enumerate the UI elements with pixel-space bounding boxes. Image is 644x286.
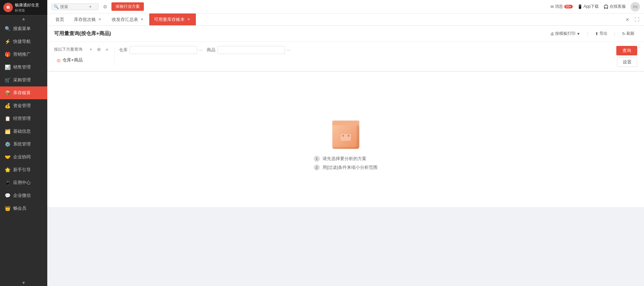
scheme-item-warehouse-goods[interactable]: ◎ 仓库+商品 — [54, 55, 110, 65]
filter-field-goods: 商品 ··· — [207, 46, 290, 54]
sidebar-item-wechat[interactable]: 💬 企业微信 — [0, 189, 47, 202]
add-scheme-icon[interactable]: ＋ — [87, 46, 94, 53]
messages-badge: 99+ — [564, 5, 573, 8]
sidebar-item-cooperation[interactable]: 🤝 企业协同 — [0, 151, 47, 163]
hint-num-1: 1 — [314, 156, 320, 162]
money-icon: 💰 — [5, 103, 10, 108]
tab-available-qty[interactable]: 可用量库存账本 ✕ — [149, 14, 196, 25]
topbar-right-actions: ✉ 消息 99+ 📱 App下载 🎧 在线客服 Rit — [550, 2, 640, 11]
refresh-icon: ↻ — [622, 31, 625, 36]
sidebar-item-purchase[interactable]: 🛒 采购管理 — [0, 74, 47, 86]
sidebar-brand: 畅康通好生意 标准版 — [15, 3, 39, 12]
empty-hint-1: 1 请先选择要分析的方案 — [314, 156, 378, 162]
page-header-actions: 🖨 按模板打印 ▼ | ⬆ 导出 | ↻ 刷新 — [547, 30, 637, 37]
tab-batch-ledger[interactable]: 库存批次账 ✕ — [69, 14, 107, 25]
sidebar-item-members[interactable]: 👑 畅会员 — [0, 202, 47, 215]
user-avatar[interactable]: Rit — [630, 2, 640, 11]
crown-icon: 👑 — [5, 206, 10, 211]
empty-hint-2: 2 用[过滤]条件来缩小分析范围 — [314, 164, 378, 171]
goods-more-icon[interactable]: ··· — [287, 48, 290, 52]
industry-solution-button[interactable]: 体验行业方案 — [111, 2, 144, 11]
sidebar-item-shortcut[interactable]: ⚡ 快捷导航 — [0, 35, 47, 48]
star-icon: 🌟 — [5, 167, 10, 173]
sidebar-logo: 畅 — [3, 3, 13, 12]
messages-button[interactable]: ✉ 消息 99+ — [550, 4, 573, 9]
refresh-button[interactable]: ↻ 刷新 — [619, 30, 637, 37]
phone-icon: 📱 — [5, 180, 10, 185]
tabbar-close-all: ✕ ⛶ — [624, 16, 641, 23]
sidebar-item-apps[interactable]: 📱 应用中心 — [0, 176, 47, 189]
collapse-icon[interactable]: « — [104, 46, 110, 53]
sidebar-item-marketing[interactable]: 🎁 营销推广 — [0, 48, 47, 61]
sidebar-scroll-down[interactable]: ▼ — [0, 279, 47, 286]
folder-icon: 🗂️ — [5, 129, 10, 134]
handshake-icon: 🤝 — [5, 154, 10, 160]
search-icon: 🔍 — [54, 4, 59, 9]
tabbar: 首页 库存批次账 ✕ 收发存汇总表 ✕ 可用量库存账本 ✕ ✕ ⛶ — [47, 14, 644, 26]
export-icon: ⬆ — [595, 31, 598, 36]
filter-scheme-panel: 按以下方案查询 ＋ ⊕ « ◎ 仓库+商品 — [54, 46, 115, 65]
topbar-search-box[interactable]: 🔍 ▼ — [51, 3, 99, 10]
close-tab-recv-summary[interactable]: ✕ — [139, 17, 144, 22]
box-face — [341, 134, 351, 141]
tab-recv-summary[interactable]: 收发存汇总表 ✕ — [107, 14, 149, 25]
maximize-button[interactable]: ⛶ — [633, 16, 641, 23]
filter-area: 按以下方案查询 ＋ ⊕ « ◎ 仓库+商品 仓库 ··· — [47, 42, 644, 71]
close-tab-batch-ledger[interactable]: ✕ — [97, 17, 102, 22]
sidebar-scroll-up[interactable]: ▲ — [0, 16, 47, 22]
sidebar-item-finance[interactable]: 💰 资金管理 — [0, 99, 47, 112]
gift-icon: 🎁 — [5, 52, 10, 57]
chevron-down-icon[interactable]: ▼ — [88, 5, 92, 9]
cart-icon: 🛒 — [5, 77, 10, 83]
sidebar-header: 畅 畅康通好生意 标准版 — [0, 0, 47, 16]
warehouse-scheme-icon: ◎ — [57, 58, 60, 63]
warehouse-more-icon[interactable]: ··· — [199, 48, 203, 52]
print-icon: 🖨 — [550, 31, 554, 36]
sidebar-item-inventory[interactable]: 📦 库存核算 — [0, 86, 47, 99]
search-input[interactable] — [60, 4, 87, 9]
sidebar-item-sales[interactable]: 📊 销售管理 — [0, 61, 47, 74]
query-button[interactable]: 查询 — [616, 46, 637, 55]
settings-scheme-icon[interactable]: ⊕ — [96, 46, 102, 53]
gear-icon: ⚙️ — [5, 141, 10, 147]
phone-icon: 📱 — [577, 4, 583, 9]
app-download-button[interactable]: 📱 App下载 — [577, 4, 599, 9]
empty-illustration — [326, 108, 366, 149]
print-template-button[interactable]: 🖨 按模板打印 ▼ — [547, 30, 583, 37]
filter-scheme-header: 按以下方案查询 ＋ ⊕ « — [54, 46, 110, 53]
tab-home[interactable]: 首页 — [51, 14, 69, 25]
filter-actions: 查询 设置 — [616, 46, 637, 67]
content-area: 可用量查询(按仓库+商品) 🖨 按模板打印 ▼ | ⬆ 导出 | ↻ 刷新 — [47, 26, 644, 286]
settings-icon[interactable]: ⚙ — [101, 3, 109, 10]
topbar: 🔍 ▼ ⚙ 体验行业方案 ✉ 消息 99+ 📱 App下载 🎧 在线客服 — [47, 0, 644, 14]
chat-icon: 💬 — [5, 193, 10, 198]
main-area: 🔍 ▼ ⚙ 体验行业方案 ✉ 消息 99+ 📱 App下载 🎧 在线客服 — [47, 0, 644, 286]
sidebar-item-guide[interactable]: 🌟 新手引导 — [0, 163, 47, 176]
sidebar-nav: 🔍 搜索菜单 ⚡ 快捷导航 🎁 营销推广 📊 销售管理 🛒 采购管理 📦 库存核… — [0, 22, 47, 279]
export-button[interactable]: ⬆ 导出 — [592, 30, 610, 37]
chart-icon: 📊 — [5, 64, 10, 70]
box-icon: 📦 — [5, 90, 10, 96]
hint-num-2: 2 — [314, 164, 320, 171]
setting-button[interactable]: 设置 — [617, 57, 637, 67]
headset-icon: 🎧 — [603, 4, 609, 9]
page-title: 可用量查询(按仓库+商品) — [54, 30, 111, 37]
sidebar: 畅 畅康通好生意 标准版 ▲ 🔍 搜索菜单 ⚡ 快捷导航 🎁 营销推广 📊 销售… — [0, 0, 47, 286]
sidebar-item-search[interactable]: 🔍 搜索菜单 — [0, 22, 47, 35]
sidebar-item-system[interactable]: ⚙️ 系统管理 — [0, 138, 47, 151]
warehouse-input[interactable] — [130, 46, 197, 54]
shortcut-icon: ⚡ — [5, 39, 10, 44]
empty-state: 1 请先选择要分析的方案 2 用[过滤]条件来缩小分析范围 — [47, 72, 644, 207]
close-all-tabs-button[interactable]: ✕ — [624, 16, 631, 23]
goods-input[interactable] — [217, 46, 285, 54]
close-tab-available-qty[interactable]: ✕ — [186, 17, 191, 22]
sidebar-item-basic[interactable]: 🗂️ 基础信息 — [0, 125, 47, 138]
chevron-down-icon: ▼ — [576, 32, 580, 36]
filter-fields: 仓库 ··· 商品 ··· — [119, 46, 612, 54]
empty-hints: 1 请先选择要分析的方案 2 用[过滤]条件来缩小分析范围 — [314, 156, 378, 171]
online-service-button[interactable]: 🎧 在线客服 — [603, 4, 626, 9]
sidebar-item-operation[interactable]: 📋 经营管理 — [0, 112, 47, 125]
filter-scheme-actions: ＋ ⊕ « — [87, 46, 110, 53]
search-icon: 🔍 — [5, 26, 10, 31]
avatar: Rit — [630, 2, 640, 11]
